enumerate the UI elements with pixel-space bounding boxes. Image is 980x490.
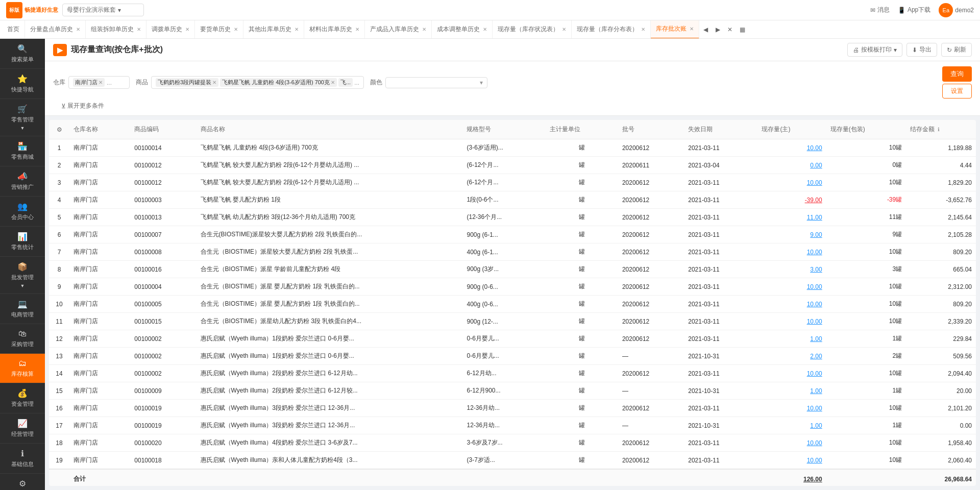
tab-close-5[interactable]: ✕	[295, 27, 299, 32]
cell-no: 19	[49, 452, 69, 470]
tab-menu[interactable]: ▦	[736, 20, 748, 39]
sidebar-item-ecommerce[interactable]: 💻 电商管理	[0, 294, 45, 324]
sidebar-item-member[interactable]: 👥 会员中心	[0, 197, 45, 227]
cell-qty-main[interactable]: 10.00	[757, 452, 826, 470]
app-download-btn[interactable]: 📱 App下载	[898, 6, 930, 14]
sidebar-item-system[interactable]: ⚙ 系统管理	[0, 474, 45, 490]
tab-4[interactable]: 要货单历史 ✕	[195, 20, 243, 39]
cell-qty-main[interactable]: 2.00	[757, 348, 826, 365]
sidebar-label-ecommerce: 电商管理	[11, 311, 34, 318]
sidebar-item-mall[interactable]: 🏪 零售商城	[0, 136, 45, 166]
th-settings[interactable]: ⚙	[49, 120, 69, 139]
cell-code: 00100002	[130, 348, 196, 365]
sidebar-item-search[interactable]: 🔍 搜索菜单	[0, 39, 45, 69]
user-area[interactable]: Ea demo2	[939, 3, 974, 17]
tab-close-3[interactable]: ✕	[185, 27, 189, 32]
sidebar-item-marketing[interactable]: 📣 营销推广	[0, 166, 45, 197]
sidebar-item-purchase[interactable]: 🛍 采购管理	[0, 324, 45, 354]
cell-qty-main[interactable]: 0.00	[757, 157, 826, 174]
message-icon: ✉	[870, 7, 875, 14]
cell-qty-main[interactable]: 10.00	[757, 243, 826, 261]
cell-qty-main[interactable]: 1.00	[757, 417, 826, 434]
expand-conditions-btn[interactable]: ⊻ 展开更多条件	[53, 102, 972, 110]
cell-qty-main[interactable]: 1.00	[757, 382, 826, 400]
cell-qty-main[interactable]: 10.00	[757, 174, 826, 191]
tab-close-4[interactable]: ✕	[234, 27, 238, 32]
tab-2[interactable]: 组装拆卸单历史 ✕	[86, 20, 146, 39]
tab-1[interactable]: 分量盘点单历史 ✕	[25, 20, 86, 39]
tab-5[interactable]: 其他出库单历史 ✕	[243, 20, 304, 39]
cell-qty-main[interactable]: 11.00	[757, 209, 826, 226]
refresh-btn[interactable]: ↻ 刷新	[941, 43, 972, 57]
product-filter-input[interactable]: 飞鹤奶粉3段丙罐提装 ✕ 飞鹤星飞帆 儿童奶粉 4段(3-6岁适用) 700克 …	[151, 76, 364, 89]
tab-close-10[interactable]: ✕	[641, 27, 645, 32]
sidebar-item-wholesale[interactable]: 📦 批发管理 ▼	[0, 257, 45, 294]
tab-home[interactable]: 首页	[2, 20, 25, 39]
cell-qty-main[interactable]: 10.00	[757, 434, 826, 452]
tab-nav-right[interactable]: ▶	[712, 20, 724, 39]
search-button[interactable]: 查询	[942, 66, 972, 82]
table-container: ⚙ 仓库名称 商品编码 商品名称 规格型号 主计量单位 批号 失效日期 现存量(…	[49, 120, 976, 486]
tab-close-2[interactable]: ✕	[137, 27, 141, 32]
tab-8[interactable]: 成本调整单历史 ✕	[432, 20, 493, 39]
tab-close-6[interactable]: ✕	[355, 27, 359, 32]
tab-nav-left[interactable]: ◀	[699, 20, 712, 39]
cell-unit: 罐	[546, 452, 618, 470]
system-icon: ⚙	[19, 479, 26, 488]
sidebar-item-finance[interactable]: 💰 资金管理	[0, 383, 45, 413]
tab-10[interactable]: 现存量（库存分布表） ✕	[572, 20, 651, 39]
warehouse-more[interactable]: ...	[107, 79, 112, 86]
cell-unit: 罐	[546, 174, 618, 191]
product-more[interactable]: ...	[354, 79, 359, 86]
sidebar-label-marketing: 营销推广	[11, 183, 34, 191]
tab-11-active[interactable]: 库存批次账 ✕	[651, 20, 699, 39]
cell-qty-main[interactable]: 10.00	[757, 296, 826, 313]
cell-warehouse: 南岸门店	[69, 174, 130, 191]
sidebar-item-retail[interactable]: 🛒 零售管理 ▼	[0, 99, 45, 136]
tab-close-7[interactable]: ✕	[422, 27, 426, 32]
sidebar-item-basic[interactable]: ℹ 基础信息	[0, 444, 45, 474]
amount-info-icon[interactable]: ℹ	[938, 127, 940, 132]
warehouse-tag-close[interactable]: ✕	[99, 80, 103, 85]
sidebar-item-nav[interactable]: ⭐ 快捷导航	[0, 69, 45, 99]
cell-qty-main[interactable]: 1.00	[757, 330, 826, 348]
message-btn[interactable]: ✉ 消息	[870, 6, 890, 14]
print-btn[interactable]: 🖨 按模板打印 ▾	[847, 43, 902, 57]
tab-close-all[interactable]: ✕	[724, 20, 736, 39]
app-label: App下载	[908, 6, 930, 14]
tab-6[interactable]: 材料出库单历史 ✕	[304, 20, 365, 39]
cell-qty-main[interactable]: 3.00	[757, 261, 826, 278]
cell-spec: 12-36月幼...	[462, 400, 546, 417]
color-filter-group: 颜色 ▾	[370, 77, 487, 88]
cell-qty-main[interactable]: 10.00	[757, 139, 826, 157]
export-btn[interactable]: ⬇ 导出	[906, 43, 937, 57]
cell-qty-main[interactable]: 9.00	[757, 226, 826, 243]
product-tag-2-close[interactable]: ✕	[331, 80, 335, 85]
table-row: 10 南岸门店 00100005 合生元（BIOSTIME）派星 婴儿配方奶粉 …	[49, 296, 976, 313]
cell-qty-main[interactable]: 10.00	[757, 313, 826, 330]
cell-unit: 罐	[546, 330, 618, 348]
cell-qty-main[interactable]: -39.00	[757, 191, 826, 209]
cell-qty-main[interactable]: 10.00	[757, 365, 826, 382]
tab-7[interactable]: 产成品入库单历史 ✕	[365, 20, 432, 39]
cell-unit: 罐	[546, 209, 618, 226]
tab-close-1[interactable]: ✕	[76, 27, 80, 32]
cell-qty-main[interactable]: 10.00	[757, 278, 826, 296]
product-tag-1-close[interactable]: ✕	[212, 80, 216, 85]
sidebar-item-mgmt[interactable]: 📈 经营管理	[0, 413, 45, 444]
sidebar-item-inventory[interactable]: 🗂 库存核算	[0, 354, 45, 383]
tab-close-9[interactable]: ✕	[562, 27, 566, 32]
expand-icon: ▼	[20, 126, 25, 131]
color-filter-input[interactable]: ▾	[385, 77, 487, 88]
tab-3[interactable]: 调拨单历史 ✕	[146, 20, 195, 39]
cell-batch: 20200612	[618, 174, 684, 191]
tab-close-11[interactable]: ✕	[690, 26, 694, 32]
tab-close-8[interactable]: ✕	[483, 27, 487, 32]
settings-button[interactable]: 设置	[942, 84, 972, 99]
sidebar-item-stats[interactable]: 📊 零售统计	[0, 227, 45, 257]
tab-9[interactable]: 现存量（库存状况表） ✕	[493, 20, 572, 39]
cell-qty-main[interactable]: 10.00	[757, 400, 826, 417]
org-selector[interactable]: 母婴行业演示账套 ▾	[62, 4, 144, 16]
warehouse-filter-input[interactable]: 南岸门店 ✕ ...	[68, 76, 130, 89]
expand-filter-btn[interactable]: ▶	[53, 44, 67, 56]
